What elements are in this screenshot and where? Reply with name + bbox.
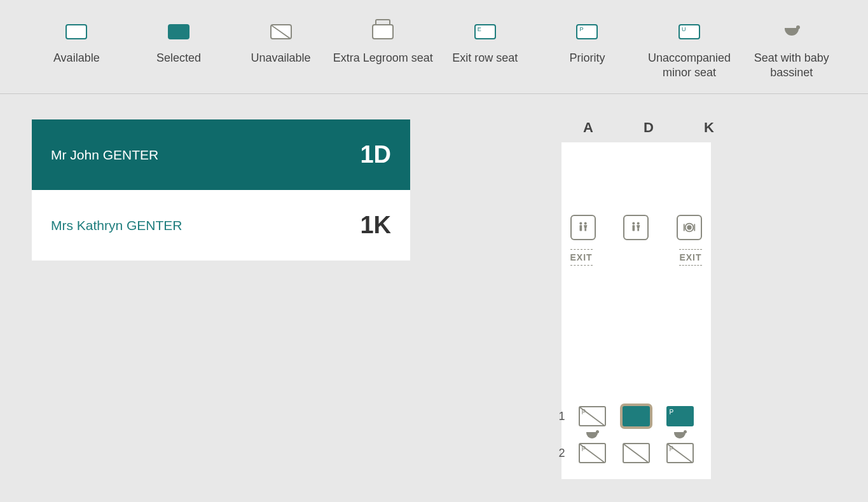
seat-cell (623, 442, 650, 464)
seat-cell (623, 405, 650, 427)
svg-rect-2 (579, 225, 582, 231)
priority-badge: P (670, 409, 674, 416)
svg-point-3 (584, 222, 586, 225)
svg-line-13 (580, 407, 605, 426)
svg-point-1 (579, 222, 582, 225)
bassinet-icon (674, 432, 685, 438)
seat-unaccompanied-minor-icon (679, 19, 700, 44)
column-header: K (696, 119, 722, 136)
column-header: D (636, 119, 661, 136)
legend-label: Exit row seat (452, 51, 518, 65)
svg-rect-6 (633, 225, 635, 231)
passenger-seat: 1K (360, 212, 391, 239)
exit-label: EXIT (570, 249, 593, 266)
seat-unavailable-icon (270, 19, 292, 44)
aircraft-cabin: EXIT EXIT 1 P (561, 142, 711, 479)
svg-line-16 (668, 444, 692, 463)
legend-label: Unaccompanied minor seat (638, 51, 740, 79)
main-content: Mr John GENTER 1D Mrs Kathryn GENTER 1K … (0, 94, 868, 501)
legend-label: Selected (156, 51, 201, 65)
seat-bassinet-icon (785, 19, 799, 44)
seat-cell: P (666, 442, 694, 464)
seatmap-container: A D K EXIT EXIT (436, 119, 836, 501)
seat-cell: P (579, 405, 606, 427)
legend-extra-legroom: Extra Legroom seat (332, 19, 434, 65)
seat-row: 1 P P (570, 405, 702, 427)
svg-line-15 (624, 444, 649, 463)
seat-row: 2 P (570, 442, 702, 464)
legend-label: Extra Legroom seat (333, 51, 433, 65)
legend-available: Available (25, 19, 127, 65)
legend-bassinet: Seat with baby bassinet (741, 19, 843, 79)
svg-point-10 (687, 226, 691, 229)
seat-selected-icon (168, 19, 189, 44)
svg-line-0 (272, 25, 291, 39)
legend-label: Seat with baby bassinet (741, 51, 843, 79)
legend-label: Unavailable (251, 51, 311, 65)
passenger-seat: 1D (360, 141, 391, 168)
row-number: 2 (546, 447, 565, 460)
svg-rect-4 (584, 229, 586, 231)
seatmap: A D K EXIT EXIT (550, 119, 722, 501)
seat-available-icon (65, 19, 87, 44)
seat-grid: 1 P P (570, 405, 702, 464)
seat-legend: Available Selected Unavailable Extra Leg… (0, 0, 868, 94)
svg-point-5 (632, 222, 635, 225)
exit-label: EXIT (679, 249, 701, 266)
legend-unavailable: Unavailable (230, 19, 332, 65)
galley-icon (677, 215, 702, 240)
seat-priority-icon (576, 19, 598, 44)
svg-line-14 (580, 444, 605, 463)
passenger-name: Mrs Kathryn GENTER (51, 218, 183, 233)
legend-label: Priority (569, 51, 605, 65)
svg-point-7 (637, 222, 640, 225)
legend-selected: Selected (128, 19, 230, 65)
passenger-list: Mr John GENTER 1D Mrs Kathryn GENTER 1K (32, 119, 410, 501)
lavatory-icon (623, 215, 649, 240)
svg-rect-8 (637, 229, 639, 231)
column-headers: A D K (550, 119, 722, 136)
bassinet-icon (586, 432, 598, 438)
amenity-row (570, 215, 702, 240)
legend-priority: Priority (536, 19, 638, 65)
passenger-name: Mr John GENTER (51, 147, 158, 163)
passenger-card[interactable]: Mrs Kathryn GENTER 1K (32, 190, 410, 261)
seat-2D (623, 443, 650, 463)
seat-1K[interactable]: P (666, 406, 694, 426)
seat-2A: P (579, 443, 606, 463)
legend-unaccompanied-minor: Unaccompanied minor seat (638, 19, 740, 79)
seat-cell: P (666, 405, 694, 427)
column-header: A (575, 119, 601, 136)
seat-2K: P (666, 443, 694, 463)
row-number: 1 (546, 410, 565, 423)
seat-extra-legroom-icon (372, 19, 394, 44)
passenger-card[interactable]: Mr John GENTER 1D (32, 119, 410, 190)
seat-1A: P (579, 406, 606, 426)
lavatory-icon (570, 215, 596, 240)
legend-exit-row: Exit row seat (434, 19, 536, 65)
exit-row: EXIT EXIT (570, 249, 702, 266)
seat-1D[interactable] (623, 406, 650, 426)
seat-cell: P (579, 442, 606, 464)
legend-label: Available (53, 51, 100, 65)
seat-exit-row-icon (474, 19, 496, 44)
